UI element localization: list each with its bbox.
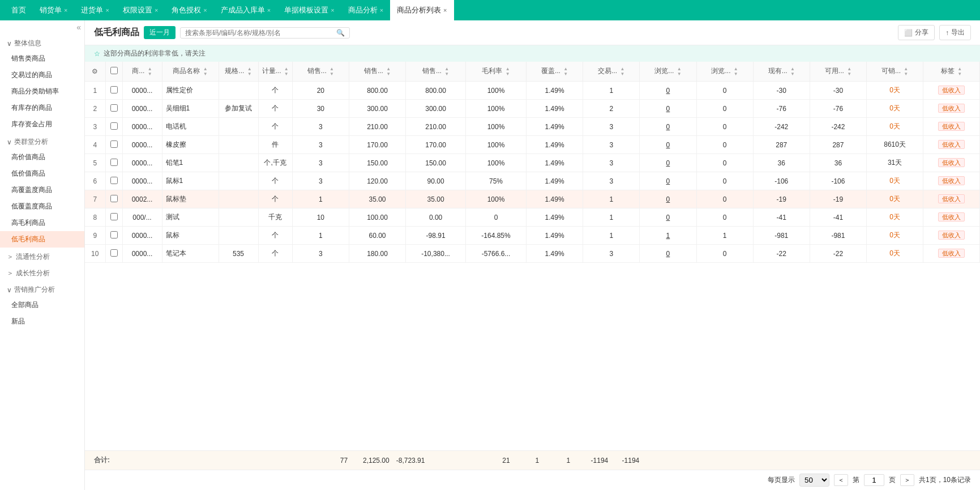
th-saleable[interactable]: 可销... ▲▼: [867, 62, 923, 82]
cell-browse2: 0: [696, 82, 753, 100]
nav-sales-order-close[interactable]: ×: [64, 7, 67, 14]
sidebar-group-marketing[interactable]: ∨ 营销推广分析: [0, 280, 84, 297]
nav-purchase-order-close[interactable]: ×: [105, 7, 109, 14]
sidebar-collapse-btn[interactable]: «: [76, 23, 81, 32]
cell-checkbox[interactable]: [105, 172, 122, 190]
th-sale-profit[interactable]: 销售... ▲▼: [406, 62, 466, 82]
row-checkbox[interactable]: [110, 195, 118, 202]
nav-home[interactable]: 首页: [5, 0, 33, 20]
prev-page-button[interactable]: ＜: [834, 474, 848, 486]
nav-permission-close[interactable]: ×: [155, 7, 158, 14]
sidebar-item-new-goods[interactable]: 新品: [0, 313, 84, 330]
table-container[interactable]: ⚙ 商... ▲▼ 商品名称 ▲▼ 规格... ▲▼ 计量... ▲▼ 销售..…: [85, 62, 980, 450]
th-sale-qty[interactable]: 销售... ▲▼: [292, 62, 349, 82]
row-checkbox[interactable]: [110, 231, 118, 238]
nav-product-analysis-list[interactable]: 商品分析列表 ×: [390, 0, 453, 20]
content-area: 低毛利商品 近一月 🔍 ⬜ 分享 ↑ 导出 ☆ 这部分商品的利润非常低，请关注: [85, 20, 980, 490]
cell-browse1[interactable]: 0: [640, 154, 696, 172]
sidebar-group-overall[interactable]: ∨ 整体信息: [0, 34, 84, 50]
nav-purchase-order[interactable]: 进货单 ×: [74, 0, 115, 20]
sidebar-item-in-stock[interactable]: 有库存的商品: [0, 100, 84, 116]
cell-checkbox[interactable]: [105, 208, 122, 227]
nav-permission[interactable]: 权限设置 ×: [116, 0, 165, 20]
th-available[interactable]: 可用... ▲▼: [810, 62, 866, 82]
sidebar-item-sales-goods[interactable]: 销售类商品: [0, 50, 84, 67]
nav-product-entry-close[interactable]: ×: [267, 7, 271, 14]
row-checkbox[interactable]: [110, 140, 118, 148]
cell-checkbox[interactable]: [105, 190, 122, 208]
th-spec[interactable]: 规格... ▲▼: [219, 62, 258, 82]
row-checkbox[interactable]: [110, 249, 118, 257]
search-input[interactable]: [185, 29, 336, 37]
row-checkbox[interactable]: [110, 86, 118, 93]
cell-browse1[interactable]: 1: [640, 227, 696, 245]
header-actions: ⬜ 分享 ↑ 导出: [898, 25, 971, 40]
th-trade[interactable]: 交易... ▲▼: [583, 62, 640, 82]
page-number-input[interactable]: [864, 474, 884, 486]
th-gross-rate[interactable]: 毛利率 ▲▼: [466, 62, 527, 82]
cell-browse1[interactable]: 0: [640, 118, 696, 136]
cell-checkbox[interactable]: [105, 245, 122, 263]
th-browse1[interactable]: 浏览... ▲▼: [640, 62, 696, 82]
cell-checkbox[interactable]: [105, 154, 122, 172]
sidebar-item-high-margin[interactable]: 高毛利商品: [0, 215, 84, 231]
date-filter-button[interactable]: 近一月: [144, 26, 176, 39]
th-settings[interactable]: ⚙: [85, 62, 105, 82]
th-cover-rate[interactable]: 覆盖... ▲▼: [527, 62, 583, 82]
nav-role-auth[interactable]: 角色授权 ×: [165, 0, 213, 20]
cell-browse1[interactable]: 0: [640, 172, 696, 190]
cell-index: 9: [85, 227, 105, 245]
sidebar-item-low-value[interactable]: 低价值商品: [0, 165, 84, 182]
cell-browse1[interactable]: 0: [640, 190, 696, 208]
th-code[interactable]: 商... ▲▼: [122, 62, 162, 82]
sidebar-item-high-value[interactable]: 高价值商品: [0, 149, 84, 165]
cell-checkbox[interactable]: [105, 118, 122, 136]
sidebar-item-low-coverage[interactable]: 低覆盖度商品: [0, 198, 84, 215]
sidebar-item-low-margin[interactable]: 低毛利商品: [0, 231, 84, 248]
sidebar-group-growth[interactable]: ＞ 成长性分析: [0, 264, 84, 280]
sidebar-item-all-goods[interactable]: 全部商品: [0, 297, 84, 313]
nav-product-analysis-list-close[interactable]: ×: [443, 7, 447, 14]
nav-product-analysis[interactable]: 商品分析 ×: [341, 0, 390, 20]
th-browse2[interactable]: 浏览... ▲▼: [696, 62, 753, 82]
sidebar-group-cluster[interactable]: ∨ 类群堂分析: [0, 133, 84, 149]
row-checkbox[interactable]: [110, 213, 118, 220]
cell-checkbox[interactable]: [105, 227, 122, 245]
share-button[interactable]: ⬜ 分享: [898, 25, 935, 40]
th-current-stock[interactable]: 现有... ▲▼: [753, 62, 810, 82]
cell-checkbox[interactable]: [105, 100, 122, 118]
sidebar-group-flow[interactable]: ＞ 流通性分析: [0, 248, 84, 264]
row-checkbox[interactable]: [110, 177, 118, 184]
cell-browse1[interactable]: 0: [640, 136, 696, 154]
th-name[interactable]: 商品名称 ▲▼: [162, 62, 219, 82]
row-checkbox[interactable]: [110, 122, 118, 130]
sidebar-item-category-rate[interactable]: 商品分类助销率: [0, 83, 84, 100]
cell-checkbox[interactable]: [105, 136, 122, 154]
sidebar-item-high-coverage[interactable]: 高覆盖度商品: [0, 182, 84, 198]
th-tag[interactable]: 标签 ▲▼: [923, 62, 980, 82]
cell-browse1[interactable]: 0: [640, 245, 696, 263]
cell-browse1[interactable]: 0: [640, 82, 696, 100]
nav-template-settings[interactable]: 单据模板设置 ×: [277, 0, 341, 20]
row-checkbox[interactable]: [110, 159, 118, 166]
per-page-select[interactable]: 50 100 200: [799, 474, 829, 487]
cell-browse1[interactable]: 0: [640, 100, 696, 118]
export-button[interactable]: ↑ 导出: [939, 25, 971, 40]
table-row: 10 0000... 笔记本 535 个 3 180.00 -10,380...…: [85, 245, 980, 263]
nav-role-auth-close[interactable]: ×: [203, 7, 207, 14]
th-sale-price[interactable]: 销售... ▲▼: [349, 62, 405, 82]
sidebar-item-traded-goods[interactable]: 交易过的商品: [0, 67, 84, 83]
sidebar-item-capital[interactable]: 库存资金占用: [0, 116, 84, 133]
cell-checkbox[interactable]: [105, 82, 122, 100]
th-unit[interactable]: 计量... ▲▼: [258, 62, 292, 82]
cell-browse1[interactable]: 0: [640, 208, 696, 227]
row-checkbox[interactable]: [110, 104, 118, 112]
nav-product-entry[interactable]: 产成品入库单 ×: [214, 0, 277, 20]
th-checkbox[interactable]: [105, 62, 122, 82]
nav-sales-order[interactable]: 销货单 ×: [33, 0, 74, 20]
nav-product-analysis-close[interactable]: ×: [380, 7, 383, 14]
nav-template-settings-close[interactable]: ×: [331, 7, 334, 14]
select-all-checkbox[interactable]: [110, 67, 118, 74]
search-icon[interactable]: 🔍: [336, 29, 345, 37]
next-page-button[interactable]: ＞: [900, 474, 914, 486]
